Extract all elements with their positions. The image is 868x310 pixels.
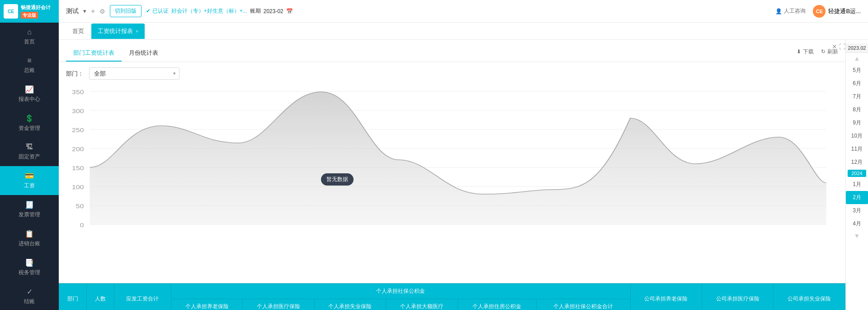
- right-panel: ✕ ⛶ 2023.02 ▲ 5月 6月 7月 8月 9月 10月 11月 12月…: [845, 40, 868, 310]
- month-11[interactable]: 11月: [846, 143, 868, 156]
- chart-area: 350 300 250 200 150 100 50 0: [59, 85, 845, 283]
- col-total-salary: 应发工资合计: [114, 284, 171, 310]
- col-personal-major-medical: 个人承担大额医疗: [386, 299, 458, 310]
- col-personal-medical: 个人承担医疗保险: [243, 299, 314, 310]
- home-icon: ⌂: [27, 28, 32, 36]
- logo-text: 畅捷通好会计 专业版: [21, 4, 51, 18]
- col-headcount: 人数: [86, 284, 114, 310]
- download-btn[interactable]: ⬇ 下载: [797, 48, 814, 56]
- svg-text:350: 350: [72, 89, 84, 95]
- month-2024-1[interactable]: 1月: [846, 178, 868, 191]
- salary-icon: 💳: [25, 172, 34, 180]
- tab-home[interactable]: 首页: [66, 24, 90, 39]
- chart-container: 350 300 250 200 150 100 50 0: [66, 85, 838, 278]
- filter-row: 部门： 全部 ▾: [59, 62, 845, 85]
- month-10[interactable]: 10月: [846, 129, 868, 143]
- salary-table: 部门 人数 应发工资合计 个人承担社保公积金 公司承担养老保险 公司承担医疗保险…: [59, 283, 845, 310]
- right-panel-nav: ▲ 5月 6月 7月 8月 9月 10月 11月 12月 2024 1月 2月 …: [846, 53, 868, 241]
- topbar-add-btn[interactable]: +: [91, 7, 95, 15]
- svg-text:150: 150: [72, 165, 84, 172]
- sidebar-item-invoice[interactable]: 🧾 发票管理: [0, 195, 59, 224]
- sidebar-item-ledger[interactable]: ≡ 总账: [0, 51, 59, 80]
- inner-tab-group: 部门工资统计表 月份统计表: [66, 45, 165, 62]
- company-name: 测试: [66, 7, 79, 15]
- month-2024-3[interactable]: 3月: [846, 204, 868, 217]
- year-2024-label: 2024: [848, 170, 866, 177]
- calendar-icon[interactable]: 📅: [286, 8, 293, 14]
- month-5[interactable]: 5月: [846, 64, 868, 77]
- tab-dept-salary[interactable]: 部门工资统计表: [66, 45, 122, 62]
- help-btn[interactable]: 👤 人工咨询: [775, 7, 806, 15]
- tab-bar: 首页 工资统计报表 ×: [59, 23, 868, 40]
- sidebar-item-reports[interactable]: 📈 报表中心: [0, 80, 59, 109]
- funds-icon: 💲: [25, 114, 34, 123]
- prev-year-arrow[interactable]: ▲: [852, 53, 862, 64]
- tab-salary-report[interactable]: 工资统计报表 ×: [91, 24, 145, 39]
- month-8[interactable]: 8月: [846, 103, 868, 116]
- sidebar-item-salary[interactable]: 💳 工资: [0, 166, 59, 195]
- sidebar-item-trade[interactable]: 📋 进销台账: [0, 224, 59, 253]
- month-2024-4[interactable]: 4月: [846, 217, 868, 230]
- chart-tooltip: 暂无数据: [321, 173, 354, 186]
- sidebar-nav: ⌂ 首页 ≡ 总账 📈 报表中心 💲 资金管理 🏗 固定资产 💳 工资 🧾 发票…: [0, 23, 59, 310]
- sidebar-item-funds[interactable]: 💲 资金管理: [0, 109, 59, 138]
- period-label: 账期: [250, 7, 261, 15]
- bottom-table: 部门 人数 应发工资合计 个人承担社保公积金 公司承担养老保险 公司承担医疗保险…: [59, 283, 845, 310]
- ledger-icon: ≡: [27, 57, 31, 65]
- product-badges: 好会计（专）+好生意（标）+...: [171, 7, 247, 15]
- sidebar-item-home[interactable]: ⌂ 首页: [0, 23, 59, 51]
- month-6[interactable]: 6月: [846, 77, 868, 90]
- sidebar-item-tax[interactable]: 📑 税务管理: [0, 253, 59, 282]
- col-personal-social: 个人承担社保公积金: [171, 284, 630, 299]
- svg-text:0: 0: [80, 222, 84, 229]
- help-icon: 👤: [775, 8, 782, 14]
- right-panel-date: 2023.02: [846, 43, 868, 53]
- settle-icon: ✓: [27, 287, 33, 296]
- content-area: 部门工资统计表 月份统计表 ⬇ 下载 ↻ 刷新 部门：: [59, 40, 868, 310]
- dept-filter-select[interactable]: 全部: [89, 67, 179, 80]
- logo-icon: CE: [4, 4, 18, 19]
- dept-filter-wrap: 全部 ▾: [89, 67, 179, 80]
- trade-icon: 📋: [25, 229, 34, 238]
- tab-close-icon[interactable]: ×: [136, 29, 138, 34]
- svg-text:50: 50: [76, 203, 84, 210]
- tax-icon: 📑: [25, 258, 34, 267]
- col-company-medical: 公司承担医疗保险: [702, 284, 774, 310]
- month-7[interactable]: 7月: [846, 90, 868, 103]
- app-logo: CE 畅捷通好会计 专业版: [0, 0, 59, 23]
- user-avatar: CE: [813, 5, 826, 18]
- chart-svg: 350 300 250 200 150 100 50 0: [66, 85, 838, 239]
- user-name: 轻捷通B运...: [828, 7, 861, 15]
- switch-old-btn[interactable]: 切到旧版: [110, 5, 142, 17]
- sidebar: CE 畅捷通好会计 专业版 ⌂ 首页 ≡ 总账 📈 报表中心 💲 资金管理 🏗 …: [0, 0, 59, 310]
- company-dropdown-arrow[interactable]: ▾: [83, 8, 86, 14]
- col-personal-pension: 个人承担养老保险: [171, 299, 242, 310]
- month-12[interactable]: 12月: [846, 156, 868, 169]
- reports-icon: 📈: [25, 85, 34, 94]
- svg-text:300: 300: [72, 108, 84, 114]
- topbar-right: 👤 人工咨询 CE 轻捷通B运...: [775, 5, 861, 18]
- col-personal-housing: 个人承担住房公积金: [458, 299, 537, 310]
- user-menu[interactable]: CE 轻捷通B运...: [813, 5, 861, 18]
- dept-filter-label: 部门：: [66, 70, 84, 78]
- col-company-pension: 公司承担养老保险: [630, 284, 702, 310]
- col-dept: 部门: [59, 284, 87, 310]
- month-9[interactable]: 9月: [846, 116, 868, 129]
- assets-icon: 🏗: [26, 143, 33, 151]
- next-year-arrow[interactable]: ▼: [852, 230, 862, 241]
- col-personal-total: 个人承担社保公积金合计: [537, 299, 630, 310]
- col-personal-unemployment: 个人承担失业保险: [314, 299, 386, 310]
- tab-monthly-salary[interactable]: 月份统计表: [122, 45, 165, 62]
- sidebar-item-assets[interactable]: 🏗 固定资产: [0, 138, 59, 166]
- svg-text:200: 200: [72, 146, 84, 153]
- topbar-badges: ✔ 已认证 好会计（专）+好生意（标）+... 账期 2023-02 📅: [146, 7, 292, 15]
- inner-tabs: 部门工资统计表 月份统计表 ⬇ 下载 ↻ 刷新: [59, 40, 845, 62]
- topbar: 测试 ▾ + ⚙ 切到旧版 ✔ 已认证 好会计（专）+好生意（标）+... 账期…: [59, 0, 868, 23]
- sidebar-item-settle[interactable]: ✓ 结账: [0, 282, 59, 310]
- content-main: 部门工资统计表 月份统计表 ⬇ 下载 ↻ 刷新 部门：: [59, 40, 845, 310]
- topbar-settings-btn[interactable]: ⚙: [99, 8, 105, 15]
- certified-badge: ✔ 已认证: [146, 7, 168, 15]
- invoice-icon: 🧾: [25, 200, 34, 209]
- month-2024-2[interactable]: 2月: [846, 191, 868, 204]
- period-value: 2023-02: [264, 8, 283, 14]
